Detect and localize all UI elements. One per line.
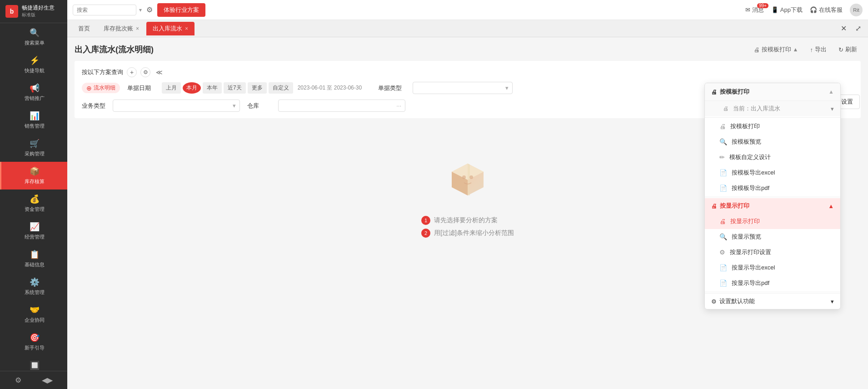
tab-inventory-batch[interactable]: 库存批次账 ×	[97, 22, 145, 35]
sidebar-item-basic[interactable]: 📋 基础信息	[0, 245, 67, 273]
date-btn-last-month[interactable]: 上月	[162, 82, 181, 94]
app-edition: 标准版	[22, 12, 55, 18]
message-button[interactable]: ✉ 消息 99+	[745, 6, 764, 14]
tabs-right-controls: ✕ ⤢	[838, 23, 863, 34]
shortcut-icon: ⚡	[30, 55, 40, 65]
operation-icon: 📈	[30, 222, 40, 232]
date-btn-more[interactable]: 更多	[248, 82, 267, 94]
export-button[interactable]: ↑ 导出	[807, 44, 831, 55]
template-export-excel-label: 按模板导出excel	[732, 169, 775, 177]
footer-arrow-icon: ▾	[831, 298, 834, 305]
app-download-label: App下载	[780, 6, 803, 14]
apps-icon: 🔲	[30, 360, 40, 370]
marketing-icon: 📢	[30, 83, 40, 93]
print-label: 按模板打印	[762, 45, 791, 54]
tab-home[interactable]: 首页	[72, 22, 96, 35]
page-header: 出入库流水(流水明细) 🖨 按模板打印 ▲ ↑ 导出 ↻	[75, 44, 861, 55]
search-chevron-icon: ▾	[139, 7, 142, 13]
sidebar-item-purchase[interactable]: 🛒 采购管理	[0, 134, 67, 162]
sales-icon: 📊	[30, 111, 40, 121]
search-input[interactable]	[73, 5, 136, 15]
display-pdf-icon: 📄	[719, 279, 727, 287]
gear-icon[interactable]: ⚙	[146, 5, 153, 14]
dropdown-display-print[interactable]: 🖨 按显示打印	[705, 214, 840, 229]
display-print-label: 按显示打印	[730, 217, 760, 225]
dropdown-footer[interactable]: ⚙ 设置默认功能 ▾	[705, 293, 840, 309]
app-logo-icon: b	[5, 5, 18, 18]
empty-state-icon	[445, 155, 490, 209]
search-icon: 🔍	[30, 28, 40, 38]
sidebar-item-sales[interactable]: 📊 销售管理	[0, 106, 67, 134]
dropdown-template-print[interactable]: 🖨 按模板打印	[705, 119, 840, 134]
dropdown-template-export-excel[interactable]: 📄 按模板导出excel	[705, 165, 840, 180]
date-btn-this-month[interactable]: 本月	[183, 82, 201, 94]
display-print-section-header[interactable]: 🖨 按显示打印 ▲	[705, 198, 840, 214]
sidebar-item-label: 新手引导	[25, 344, 45, 351]
settings-icon[interactable]: ⚙	[15, 376, 21, 384]
date-btn-last-7[interactable]: 近7天	[224, 82, 246, 94]
tab-close-all-button[interactable]: ✕	[838, 23, 849, 34]
display-print-settings-icon: ⚙	[719, 249, 725, 256]
display-preview-icon: 🔍	[719, 233, 727, 240]
online-service-button[interactable]: 🎧 在线客服	[810, 6, 843, 14]
dropdown-template-export-pdf[interactable]: 📄 按模板导出pdf	[705, 180, 840, 196]
sidebar-item-marketing[interactable]: 📢 营销推广	[0, 79, 67, 106]
tab-inventory-batch-close[interactable]: ×	[136, 25, 139, 32]
template-customize-label: 模板自定义设计	[729, 153, 771, 161]
system-icon: ⚙️	[30, 277, 40, 287]
date-btn-this-year[interactable]: 本年	[203, 82, 222, 94]
dropdown-header[interactable]: 🖨 按模板打印 ▲	[705, 83, 840, 101]
page-actions: 🖨 按模板打印 ▲ ↑ 导出 ↻ 刷新	[750, 44, 861, 55]
display-print-collapse-icon: ▲	[828, 203, 834, 209]
inventory-icon: 📦	[30, 166, 40, 176]
sidebar-item-shortcut[interactable]: ⚡ 快捷导航	[0, 51, 67, 79]
template-excel-icon: 📄	[719, 169, 727, 176]
sidebar-item-apps[interactable]: 🔲 应用中心	[0, 356, 67, 371]
display-print-header-icon: 🖨	[711, 203, 717, 209]
main-area: ▾ ⚙ 体验行业方案 ✉ 消息 99+ 📱 App下载 🎧 在线客服	[67, 0, 868, 389]
sidebar-item-inventory[interactable]: 📦 库存核算	[0, 162, 67, 190]
voucher-type-arrow-icon: ▾	[505, 85, 509, 91]
topbar-search-area: ▾	[73, 5, 142, 15]
filter-settings-button[interactable]: ⚙	[140, 67, 150, 77]
topbar: ▾ ⚙ 体验行业方案 ✉ 消息 99+ 📱 App下载 🎧 在线客服	[67, 0, 868, 20]
purchase-icon: 🛒	[30, 139, 40, 149]
display-export-pdf-label: 按显示导出pdf	[732, 279, 769, 287]
voucher-type-select[interactable]: ▾	[413, 82, 513, 94]
sidebar-nav: 🔍 搜索菜单 ⚡ 快捷导航 📢 营销推广 📊 销售管理 🛒 采购管理 📦	[0, 23, 67, 371]
dropdown-template-customize[interactable]: ✏ 模板自定义设计	[705, 150, 840, 165]
dropdown-display-export-excel[interactable]: 📄 按显示导出excel	[705, 260, 840, 275]
sidebar-item-guide[interactable]: 🎯 新手引导	[0, 328, 67, 356]
sidebar-item-label: 搜索菜单	[25, 40, 45, 46]
user-avatar[interactable]: Rit	[850, 4, 863, 16]
dropdown-display-preview[interactable]: 🔍 按显示预览	[705, 229, 840, 244]
print-template-button[interactable]: 🖨 按模板打印 ▲	[750, 44, 802, 55]
dropdown-display-print-settings[interactable]: ⚙ 按显示打印设置	[705, 244, 840, 260]
filter-collapse-button[interactable]: ≪	[154, 67, 164, 77]
empty-step-2: 2 用[过滤]条件来缩小分析范围	[421, 229, 514, 238]
tab-inout-flow[interactable]: 出入库流水 ×	[146, 22, 195, 35]
filter-title: 按以下方案查询	[82, 68, 123, 76]
empty-step-1: 1 请先选择要分析的方案	[421, 216, 514, 225]
dropdown-display-export-pdf[interactable]: 📄 按显示导出pdf	[705, 275, 840, 291]
template-preview-icon: 🔍	[719, 138, 727, 145]
display-print-settings-label: 按显示打印设置	[730, 248, 771, 256]
print-header-icon: 🖨	[711, 89, 717, 95]
trial-button[interactable]: 体验行业方案	[157, 3, 205, 17]
app-download-button[interactable]: 📱 App下载	[771, 6, 803, 14]
sidebar-item-search[interactable]: 🔍 搜索菜单	[0, 23, 67, 51]
refresh-button[interactable]: ↻ 刷新	[835, 44, 861, 55]
collapse-icon[interactable]: ◀▶	[42, 376, 53, 384]
sidebar-item-finance[interactable]: 💰 资金管理	[0, 190, 67, 217]
sidebar-item-system[interactable]: ⚙️ 系统管理	[0, 273, 67, 300]
dropdown-header-arrow-icon[interactable]: ▲	[828, 89, 834, 95]
dropdown-template-preview[interactable]: 🔍 按模板预览	[705, 134, 840, 150]
sidebar-item-label: 资金管理	[25, 206, 45, 213]
sidebar-item-label: 基础信息	[25, 261, 45, 268]
tab-inout-flow-close[interactable]: ×	[185, 25, 188, 32]
tab-maximize-button[interactable]: ⤢	[853, 23, 863, 34]
sidebar-item-corp[interactable]: 🤝 企业协同	[0, 300, 67, 328]
date-btn-custom[interactable]: 自定义	[269, 82, 293, 94]
sidebar-item-operation[interactable]: 📈 经营管理	[0, 217, 67, 245]
filter-add-button[interactable]: +	[127, 67, 137, 77]
